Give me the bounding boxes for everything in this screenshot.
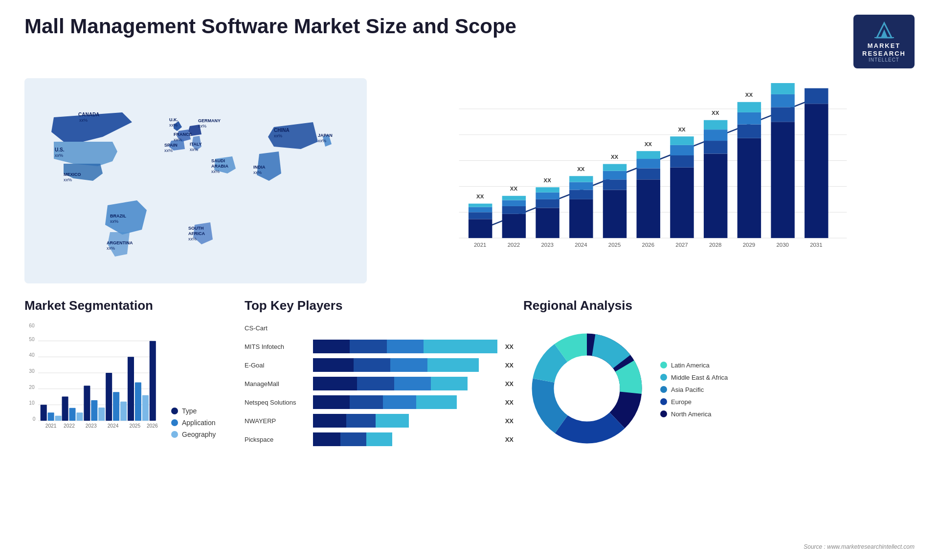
svg-rect-101: [771, 83, 794, 94]
svg-text:10: 10: [29, 401, 35, 406]
donut-svg-wrap: [523, 325, 650, 454]
svg-text:xx%: xx%: [274, 133, 282, 138]
svg-rect-137: [128, 357, 134, 421]
bar-seg: [313, 395, 350, 409]
legend-dot-geography: [171, 431, 178, 438]
bar-seg: [350, 340, 386, 353]
svg-text:2025: 2025: [608, 242, 621, 248]
svg-rect-65: [569, 176, 593, 182]
player-xx-label: XX: [505, 380, 514, 388]
regional-legend: Latin America Middle East & Africa Asia …: [660, 362, 728, 418]
top-section: CANADA xx% U.S. xx% MEXICO xx% BRAZIL xx…: [24, 78, 915, 283]
svg-rect-139: [142, 395, 149, 421]
svg-rect-104: [805, 104, 828, 238]
player-bar-inner: [313, 414, 497, 428]
bar-chart-container: XX 2021 XX 2022 XX 2023: [377, 78, 915, 283]
player-bar-track: [313, 358, 497, 372]
svg-text:2029: 2029: [743, 242, 755, 248]
donut-area: Latin America Middle East & Africa Asia …: [523, 321, 915, 458]
svg-text:ITALY: ITALY: [190, 142, 202, 147]
svg-text:SOUTH: SOUTH: [188, 226, 204, 231]
svg-text:2022: 2022: [508, 242, 520, 248]
svg-rect-86: [704, 154, 727, 238]
svg-rect-135: [120, 402, 127, 421]
player-xx-label: XX: [505, 343, 514, 350]
page-container: Mall Management Software Market Size and…: [0, 0, 939, 560]
svg-text:XX: XX: [678, 127, 686, 132]
svg-text:ARGENTINA: ARGENTINA: [107, 240, 133, 245]
player-bar-inner: [313, 432, 497, 446]
svg-rect-127: [76, 412, 83, 421]
svg-text:XX: XX: [577, 166, 585, 172]
svg-rect-129: [84, 386, 90, 421]
legend-dot-type: [171, 408, 178, 414]
svg-text:U.K.: U.K.: [169, 117, 178, 122]
svg-rect-130: [91, 400, 97, 421]
svg-rect-75: [637, 169, 660, 180]
player-row: NWAYERP XX: [245, 414, 514, 428]
svg-text:xx%: xx%: [253, 170, 262, 175]
svg-text:CHINA: CHINA: [274, 128, 290, 133]
svg-text:xx%: xx%: [174, 137, 182, 142]
svg-text:xx%: xx%: [64, 177, 72, 182]
svg-rect-70: [603, 171, 626, 180]
reg-legend-europe: Europe: [660, 398, 728, 406]
logo-text-line2: RESEARCH: [862, 50, 906, 58]
svg-text:xx%: xx%: [55, 153, 63, 158]
players-container: Top Key Players CS-Cart MITS Infotech: [245, 298, 514, 469]
svg-rect-58: [536, 193, 559, 199]
svg-text:2026: 2026: [642, 242, 654, 248]
player-name: CS-Cart: [245, 324, 308, 332]
svg-rect-87: [704, 141, 727, 153]
reg-legend-label: Latin America: [671, 362, 710, 369]
regional-title: Regional Analysis: [523, 298, 915, 313]
reg-legend-middle-east: Middle East & Africa: [660, 374, 728, 381]
bar-seg: [427, 358, 479, 372]
svg-text:XX: XX: [645, 141, 652, 147]
player-bar-track: [313, 432, 497, 446]
svg-text:BRAZIL: BRAZIL: [110, 214, 126, 218]
svg-text:xx%: xx%: [164, 148, 173, 153]
bar-seg: [350, 395, 383, 409]
seg-legend: Type Application Geography: [171, 407, 216, 438]
svg-rect-80: [670, 168, 693, 238]
svg-rect-57: [536, 199, 559, 208]
svg-text:2030: 2030: [776, 242, 788, 248]
svg-rect-46: [469, 207, 492, 213]
svg-text:xx%: xx%: [211, 169, 220, 174]
legend-geography: Geography: [171, 431, 216, 438]
svg-rect-53: [502, 196, 526, 200]
player-name: E-Goal: [245, 362, 308, 369]
player-bar-inner: [313, 358, 497, 372]
svg-rect-95: [738, 102, 761, 112]
svg-rect-122: [48, 412, 54, 421]
world-map-container: CANADA xx% U.S. xx% MEXICO xx% BRAZIL xx…: [24, 78, 367, 283]
reg-legend-latin-america: Latin America: [660, 362, 728, 369]
player-row: MITS Infotech XX: [245, 340, 514, 353]
svg-rect-3: [24, 78, 367, 283]
svg-rect-71: [603, 164, 626, 171]
player-row: E-Goal XX: [245, 358, 514, 372]
logo-icon: [872, 21, 896, 40]
reg-legend-label: Europe: [671, 398, 692, 406]
seg-chart-svg: 0 10 20 30 40 50 60: [24, 321, 161, 438]
player-xx-label: XX: [505, 399, 514, 406]
svg-rect-134: [113, 392, 119, 421]
svg-rect-50: [502, 214, 526, 238]
svg-text:xx%: xx%: [198, 124, 206, 129]
player-bar-track: [313, 340, 497, 353]
svg-text:ARABIA: ARABIA: [211, 164, 228, 169]
bar-chart-svg: XX 2021 XX 2022 XX 2023: [401, 83, 905, 264]
svg-rect-62: [569, 199, 593, 238]
svg-text:2021: 2021: [45, 423, 57, 429]
source-text: Source : www.marketresearchintellect.com: [804, 543, 915, 550]
segmentation-title: Market Segmentation: [24, 298, 235, 313]
svg-text:XX: XX: [510, 186, 518, 192]
svg-text:30: 30: [29, 368, 35, 374]
svg-text:2028: 2028: [709, 242, 721, 248]
svg-rect-69: [603, 180, 626, 190]
bar-seg: [346, 414, 376, 428]
svg-text:SAUDI: SAUDI: [211, 158, 225, 163]
svg-text:xx%: xx%: [79, 118, 88, 123]
svg-rect-63: [569, 190, 593, 199]
